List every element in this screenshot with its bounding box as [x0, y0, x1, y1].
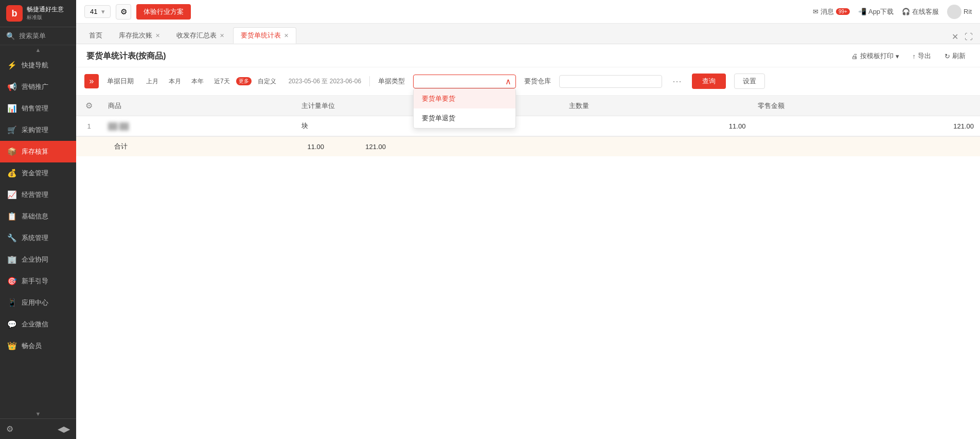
online-service-button[interactable]: 🎧 在线客服 [902, 7, 939, 16]
warehouse-label: 要货仓库 [524, 77, 551, 86]
app-edition: 标准版 [27, 14, 64, 21]
dropdown-item-order-label: 要货单要货 [422, 95, 455, 102]
member-icon: 👑 [7, 341, 16, 351]
th-qty: 主数量 [563, 96, 752, 116]
warehouse-input[interactable] [559, 75, 662, 88]
sidebar-item-label: 系统管理 [22, 233, 48, 243]
header-left: 41 ▾ ⚙ 体验行业方案 [84, 4, 191, 20]
search-menu[interactable]: 🔍 搜索菜单 [0, 27, 76, 45]
close-all-tabs-button[interactable]: ✕ [950, 30, 960, 44]
tab-receivables-summary-close[interactable]: ✕ [220, 32, 224, 39]
finance-icon: 💰 [7, 169, 16, 178]
sidebar-item-system[interactable]: 🔧 系统管理 [0, 227, 76, 249]
tab-receivables-summary[interactable]: 收发存汇总表 ✕ [169, 27, 232, 44]
restore-tabs-button[interactable]: ⛶ [963, 30, 975, 44]
user-profile[interactable]: Rit [947, 5, 972, 19]
refresh-label: 刷新 [952, 51, 966, 61]
row-amount: 121.00 [752, 116, 980, 136]
trial-button[interactable]: 体验行业方案 [136, 4, 191, 20]
type-input-wrap[interactable]: ∧ [413, 75, 516, 88]
wechat-icon: 💬 [7, 320, 16, 329]
sidebar-item-inventory[interactable]: 📦 库存核算 [0, 141, 76, 162]
store-selector[interactable]: 41 ▾ [84, 5, 111, 18]
sidebar-item-app-center[interactable]: 📱 应用中心 [0, 292, 76, 314]
tab-order-stats[interactable]: 要货单统计表 ✕ [233, 27, 296, 44]
sidebar-item-finance[interactable]: 💰 资金管理 [0, 162, 76, 184]
row-qty: 11.00 [563, 116, 752, 136]
service-icon: 🎧 [902, 8, 910, 15]
dropdown-item-return-label: 要货单退货 [422, 114, 455, 122]
collapse-sidebar-icon[interactable]: ◀▶ [58, 424, 70, 434]
dropdown-item-order[interactable]: 要货单要货 [414, 89, 515, 108]
sidebar-item-label: 经营管理 [22, 190, 48, 199]
sidebar-item-label: 企业协同 [22, 255, 48, 264]
print-button[interactable]: 🖨 按模板打印 ▾ [847, 49, 903, 63]
export-label: 导出 [918, 51, 931, 61]
guide-icon: 🎯 [7, 277, 16, 286]
filter-expand-button[interactable]: » [84, 74, 99, 88]
last-month-btn[interactable]: 上月 [142, 76, 163, 87]
header-gear-button[interactable]: ⚙ [116, 4, 131, 20]
this-year-btn[interactable]: 本年 [187, 76, 208, 87]
tabs-end-controls: ✕ ⛶ [950, 30, 975, 44]
type-input-clear[interactable]: ∧ [505, 77, 511, 86]
data-table: ⚙ 商品 主计量单位 主数量 零售金额 1 ██ ██ 块 [76, 96, 980, 136]
system-icon: 🔧 [7, 233, 16, 243]
type-input[interactable] [418, 78, 505, 85]
export-icon: ↑ [913, 52, 916, 60]
last-7-days-btn[interactable]: 近7天 [210, 76, 234, 87]
inventory-icon: 📦 [7, 147, 16, 156]
th-settings[interactable]: ⚙ [76, 96, 102, 116]
message-badge: 99+ [836, 8, 850, 15]
user-avatar [947, 5, 961, 19]
message-button[interactable]: ✉ 消息 99+ [813, 7, 850, 16]
filter-row: » 单据日期 上月 本月 本年 近7天 更多 自定义 2023-05-06 至 … [84, 74, 972, 89]
tab-inventory-batch-close[interactable]: ✕ [155, 32, 160, 39]
app-download-label: App下载 [868, 7, 894, 16]
settings-button[interactable]: 设置 [734, 74, 765, 89]
tab-inventory-batch[interactable]: 库存批次账 ✕ [111, 27, 168, 44]
settings-icon[interactable]: ⚙ [6, 424, 13, 434]
tab-home-label: 首页 [89, 31, 102, 40]
refresh-button[interactable]: ↻ 刷新 [940, 49, 970, 63]
product-name: ██ ██ [108, 122, 129, 130]
app-center-icon: 📱 [7, 298, 16, 307]
page-title-bar: 要货单统计表(按商品) 🖨 按模板打印 ▾ ↑ 导出 ↻ 刷新 [76, 44, 980, 67]
date-range-display[interactable]: 2023-05-06 至 2023-06-06 [289, 77, 361, 86]
sidebar-item-purchase[interactable]: 🛒 采购管理 [0, 119, 76, 141]
tab-order-stats-close[interactable]: ✕ [284, 32, 289, 39]
sidebar-item-wechat[interactable]: 💬 企业微信 [0, 314, 76, 335]
sidebar-item-operations[interactable]: 📈 经营管理 [0, 184, 76, 206]
sidebar-item-basic-info[interactable]: 📋 基础信息 [0, 206, 76, 227]
export-button[interactable]: ↑ 导出 [908, 49, 936, 63]
sidebar-item-guide[interactable]: 🎯 新手引导 [0, 270, 76, 292]
this-month-btn[interactable]: 本月 [165, 76, 185, 87]
enterprise-icon: 🏢 [7, 255, 16, 264]
sidebar-item-sales[interactable]: 📊 销售管理 [0, 98, 76, 119]
sidebar-item-member[interactable]: 👑 畅会员 [0, 335, 76, 357]
type-field-wrapper: ∧ 要货单要货 要货单退货 [413, 75, 516, 88]
column-settings-icon[interactable]: ⚙ [85, 101, 93, 110]
filter-more-icon[interactable]: ⋯ [670, 76, 684, 87]
app-name: 畅捷通好生意 [27, 6, 64, 14]
more-dates-badge[interactable]: 更多 [236, 77, 252, 85]
tab-inventory-batch-label: 库存批次账 [119, 31, 152, 40]
dropdown-item-return[interactable]: 要货单退货 [414, 108, 515, 128]
online-service-label: 在线客服 [912, 7, 939, 16]
filter-divider-1 [369, 76, 370, 86]
custom-date-btn[interactable]: 自定义 [254, 76, 280, 87]
sidebar: b 畅捷通好生意 标准版 🔍 搜索菜单 ▲ ⚡ 快捷导航 📢 营销推广 📊 销售… [0, 0, 76, 439]
page-content: 要货单统计表(按商品) 🖨 按模板打印 ▾ ↑ 导出 ↻ 刷新 [76, 44, 980, 439]
sidebar-item-quick-nav[interactable]: ⚡ 快捷导航 [0, 54, 76, 76]
print-label: 按模板打印 [860, 51, 894, 61]
sidebar-item-enterprise[interactable]: 🏢 企业协同 [0, 249, 76, 270]
date-shortcuts: 上月 本月 本年 近7天 更多 自定义 [142, 76, 280, 87]
sidebar-item-marketing[interactable]: 📢 营销推广 [0, 76, 76, 98]
sidebar-nav: ⚡ 快捷导航 📢 营销推广 📊 销售管理 🛒 采购管理 📦 库存核算 💰 资金管… [0, 54, 76, 409]
app-download-button[interactable]: 📲 App下载 [858, 7, 894, 16]
query-button[interactable]: 查询 [692, 74, 726, 89]
tab-home[interactable]: 首页 [81, 27, 110, 44]
main-content: 41 ▾ ⚙ 体验行业方案 ✉ 消息 99+ 📲 App下载 🎧 在线客服 [76, 0, 980, 439]
gear-icon: ⚙ [120, 7, 127, 16]
sidebar-item-label: 采购管理 [22, 125, 48, 135]
